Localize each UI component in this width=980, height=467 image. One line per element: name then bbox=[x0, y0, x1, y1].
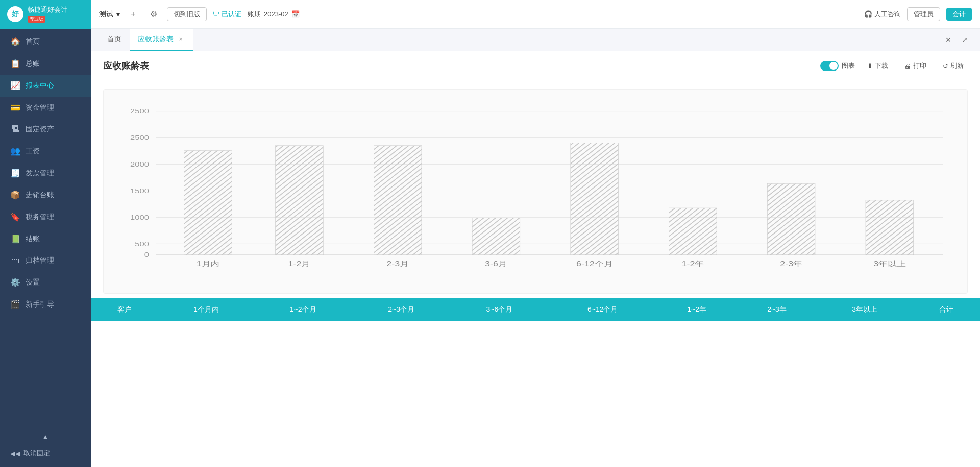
sidebar: 好 畅捷通好会计 专业版 🏠 首页 📋 总账 📈 报表中心 💳 资金管理 🏗 固… bbox=[0, 0, 91, 467]
home-icon: 🏠 bbox=[10, 37, 20, 46]
report-actions: 图表 ⬇ 下载 🖨 打印 ↺ 刷新 bbox=[820, 59, 968, 73]
close-tab-btn[interactable]: ✕ bbox=[941, 33, 955, 47]
calendar-icon[interactable]: 📅 bbox=[291, 10, 300, 18]
svg-text:2500: 2500 bbox=[130, 108, 149, 115]
tabs-bar: 首页 应收账龄表 × ✕ ⤢ bbox=[91, 29, 980, 51]
acct-btn[interactable]: 会计 bbox=[946, 8, 972, 21]
sidebar-item-closing[interactable]: 📗 结账 bbox=[0, 228, 91, 250]
workspace-arrow-icon: ▾ bbox=[116, 10, 120, 18]
sidebar-item-payroll-label: 工资 bbox=[26, 147, 40, 156]
sidebar-item-payroll[interactable]: 👥 工资 bbox=[0, 140, 91, 162]
sidebar-item-reports[interactable]: 📈 报表中心 bbox=[0, 75, 91, 97]
closing-icon: 📗 bbox=[10, 234, 20, 244]
sidebar-item-home[interactable]: 🏠 首页 bbox=[0, 31, 91, 53]
reports-icon: 📈 bbox=[10, 81, 20, 90]
cancel-fixed-btn[interactable]: ◀◀ 取消固定 bbox=[0, 443, 91, 463]
sidebar-item-ledger-label: 总账 bbox=[26, 59, 40, 68]
sidebar-item-ledger[interactable]: 📋 总账 bbox=[0, 53, 91, 75]
col-1-2y: 1~2年 bbox=[657, 298, 737, 321]
bar-3-6m bbox=[472, 218, 520, 255]
bar-1m bbox=[184, 150, 232, 255]
settings-icon: ⚙️ bbox=[10, 277, 20, 287]
refresh-btn[interactable]: ↺ 刷新 bbox=[939, 59, 968, 73]
col-3y-plus: 3年以上 bbox=[817, 298, 912, 321]
cancel-fixed-icon: ◀◀ bbox=[10, 450, 20, 457]
verified-label: 已认证 bbox=[222, 10, 241, 19]
bar-1-2y bbox=[669, 208, 717, 255]
period-label: 账期 bbox=[248, 10, 261, 19]
consult-btn[interactable]: 🎧 人工咨询 bbox=[864, 10, 901, 19]
add-workspace-btn[interactable]: + bbox=[126, 7, 140, 21]
expand-tab-btn[interactable]: ⤢ bbox=[958, 33, 972, 47]
chart-area: 0 500 1000 1500 2000 2500 2500 bbox=[91, 81, 980, 298]
chart-container: 0 500 1000 1500 2000 2500 2500 bbox=[103, 89, 968, 294]
page-inner: 应收账龄表 图表 ⬇ 下载 🖨 打印 ↺ bbox=[91, 51, 980, 467]
bar-2-3y bbox=[767, 183, 815, 255]
assets-icon: 🏗 bbox=[10, 125, 20, 134]
bar-6-12m bbox=[571, 143, 619, 255]
tab-home[interactable]: 首页 bbox=[99, 29, 130, 51]
sidebar-item-funds[interactable]: 💳 资金管理 bbox=[0, 97, 91, 119]
sidebar-scroll-up[interactable]: ▲ bbox=[0, 430, 91, 443]
svg-text:2-3月: 2-3月 bbox=[386, 260, 409, 268]
table-head: 客户 1个月内 1~2个月 2~3个月 3~6个月 6~12个月 1~2年 2~… bbox=[91, 298, 980, 321]
switch-version-btn[interactable]: 切到旧版 bbox=[167, 7, 207, 21]
app-name: 畅捷通好会计 bbox=[28, 6, 67, 14]
download-icon: ⬇ bbox=[867, 62, 873, 70]
svg-text:2000: 2000 bbox=[130, 161, 149, 168]
col-1-2m: 1~2个月 bbox=[254, 298, 352, 321]
sidebar-item-inventory-label: 进销台账 bbox=[26, 191, 54, 200]
svg-text:1000: 1000 bbox=[130, 214, 149, 221]
sidebar-item-archive[interactable]: 🗃 归档管理 bbox=[0, 250, 91, 271]
headset-icon: 🎧 bbox=[864, 10, 872, 18]
sidebar-item-invoice-label: 发票管理 bbox=[26, 169, 54, 178]
page-content: 应收账龄表 图表 ⬇ 下载 🖨 打印 ↺ bbox=[91, 51, 980, 467]
col-2-3m: 2~3个月 bbox=[352, 298, 450, 321]
sidebar-item-settings[interactable]: ⚙️ 设置 bbox=[0, 271, 91, 293]
sidebar-item-home-label: 首页 bbox=[26, 37, 40, 46]
sidebar-item-guide[interactable]: 🎬 新手引导 bbox=[0, 293, 91, 315]
sidebar-item-inventory[interactable]: 📦 进销台账 bbox=[0, 184, 91, 206]
guide-icon: 🎬 bbox=[10, 299, 20, 309]
col-total: 合计 bbox=[913, 298, 980, 321]
sidebar-item-assets-label: 固定资产 bbox=[26, 125, 54, 134]
sidebar-bottom: ▲ ◀◀ 取消固定 bbox=[0, 426, 91, 467]
tab-home-label: 首页 bbox=[107, 35, 121, 44]
bar-2-3m bbox=[374, 146, 422, 255]
download-btn[interactable]: ⬇ 下载 bbox=[863, 59, 892, 73]
period-value: 2023-02 bbox=[264, 10, 288, 18]
sidebar-item-assets[interactable]: 🏗 固定资产 bbox=[0, 119, 91, 140]
svg-text:6-12个月: 6-12个月 bbox=[576, 260, 612, 268]
main-content: 测试 ▾ + ⚙ 切到旧版 🛡 已认证 账期 2023-02 📅 🎧 人工咨询 … bbox=[91, 0, 980, 467]
sidebar-item-invoice[interactable]: 🧾 发票管理 bbox=[0, 162, 91, 184]
svg-text:1-2月: 1-2月 bbox=[288, 260, 311, 268]
svg-text:2500: 2500 bbox=[130, 134, 149, 142]
print-btn[interactable]: 🖨 打印 bbox=[900, 59, 930, 73]
tab-close-btn[interactable]: × bbox=[177, 35, 185, 43]
sidebar-item-guide-label: 新手引导 bbox=[26, 300, 54, 309]
toggle-chart-btn[interactable]: 图表 bbox=[820, 61, 855, 71]
payroll-icon: 👥 bbox=[10, 146, 20, 156]
bar-3y-plus bbox=[866, 200, 914, 255]
ledger-icon: 📋 bbox=[10, 59, 20, 68]
svg-text:1500: 1500 bbox=[130, 187, 149, 194]
svg-text:2-3年: 2-3年 bbox=[780, 260, 802, 268]
topbar: 测试 ▾ + ⚙ 切到旧版 🛡 已认证 账期 2023-02 📅 🎧 人工咨询 … bbox=[91, 0, 980, 29]
workspace-name: 测试 bbox=[99, 10, 113, 19]
refresh-icon: ↺ bbox=[943, 62, 948, 70]
sidebar-item-reports-label: 报表中心 bbox=[26, 81, 54, 90]
settings-btn[interactable]: ⚙ bbox=[146, 7, 161, 21]
funds-icon: 💳 bbox=[10, 103, 20, 112]
col-6-12m: 6~12个月 bbox=[549, 298, 657, 321]
tab-aging[interactable]: 应收账龄表 × bbox=[130, 29, 193, 51]
sidebar-item-tax[interactable]: 🔖 税务管理 bbox=[0, 206, 91, 228]
chart-toggle-switch[interactable] bbox=[820, 61, 839, 71]
col-3-6m: 3~6个月 bbox=[450, 298, 548, 321]
report-header: 应收账龄表 图表 ⬇ 下载 🖨 打印 ↺ bbox=[91, 51, 980, 81]
user-btn[interactable]: 管理员 bbox=[907, 7, 940, 21]
sidebar-nav: 🏠 首页 📋 总账 📈 报表中心 💳 资金管理 🏗 固定资产 👥 工资 🧾 发票… bbox=[0, 29, 91, 426]
col-2-3y: 2~3年 bbox=[737, 298, 817, 321]
shield-icon: 🛡 bbox=[213, 10, 219, 18]
svg-text:1-2年: 1-2年 bbox=[682, 260, 704, 268]
workspace-selector[interactable]: 测试 ▾ bbox=[99, 10, 120, 19]
